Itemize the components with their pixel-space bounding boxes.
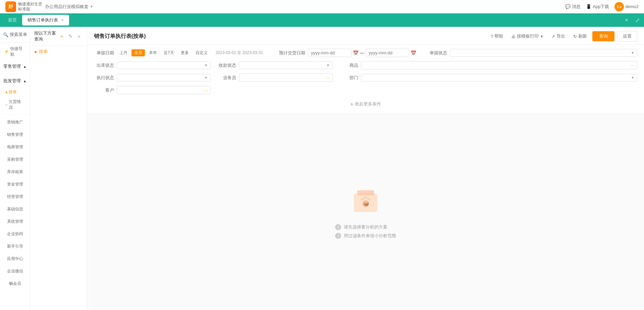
sidebar-search-area: 🔍 搜索菜单 <box>0 27 30 43</box>
customer-input[interactable]: ··· <box>117 86 211 94</box>
date-tabs: 上月 本月 本年 近7天 更多 自定义 <box>117 49 210 56</box>
print-icon: 🖨 <box>511 34 516 39</box>
help-icon: ? <box>491 34 493 39</box>
collapse-button[interactable]: ∧ 收起更多条件 <box>350 101 381 107</box>
collapse-panel-button[interactable]: « <box>75 33 83 40</box>
tab-current[interactable]: 销售订单执行表 × <box>22 15 69 25</box>
date-tab-custom[interactable]: 自定义 <box>193 49 210 56</box>
payment-select[interactable]: ▼ <box>239 61 333 69</box>
sidebar-item-system[interactable]: 系统管理 <box>1 216 29 227</box>
tab-home[interactable]: 首页 <box>3 15 22 25</box>
empty-tip-1: 1 请先选择要分析的方案 <box>335 224 396 230</box>
date-tab-current-month[interactable]: 本月 <box>131 49 145 56</box>
sidebar-item-enterprise[interactable]: 企业协同 <box>1 228 29 240</box>
settings-button[interactable]: 设置 <box>617 31 637 42</box>
search-icon: 🔍 <box>3 32 8 37</box>
date-filter-control: 上月 本月 本年 近7天 更多 自定义 <box>117 49 210 56</box>
scheme-item-order[interactable]: ● 按单 <box>30 46 87 57</box>
filter-doc-status: 单据状态 ▼ <box>427 49 637 57</box>
sidebar-item-marketing[interactable]: 营销推广 <box>1 117 29 128</box>
user-menu[interactable]: Ea demo2 <box>614 2 639 11</box>
salesman-label: 业务员 <box>216 75 236 81</box>
tab-bar-right: × ⤢ <box>623 16 641 24</box>
sidebar-item-operation[interactable]: 经营管理 <box>1 191 29 202</box>
salesman-input[interactable]: ··· <box>239 73 333 82</box>
refresh-button[interactable]: ↻ 刷新 <box>571 32 590 41</box>
filter-row-1: 单据日期 上月 本月 本年 近7天 更多 自定义 20 <box>94 49 637 57</box>
sidebar-wholesale-sub: ● 按单 ○ 欠货情况 <box>0 87 30 113</box>
sidebar-item-wecom[interactable]: 企业微信 <box>1 266 29 277</box>
shipment-select[interactable]: ▼ <box>117 61 211 69</box>
help-button[interactable]: ? 帮助 <box>488 32 506 41</box>
filter-row-4: 客户 ··· <box>94 86 637 94</box>
filter-expected-date: 预计交货日期 📅 — 📅 <box>279 49 416 57</box>
sidebar-item-inventory[interactable]: 库存核算 <box>1 166 29 177</box>
query-button[interactable]: 查询 <box>592 31 614 41</box>
message-icon: 💬 <box>565 4 571 9</box>
date-tab-year[interactable]: 本年 <box>146 49 160 56</box>
sidebar-item-sales[interactable]: 销售管理 <box>1 129 29 140</box>
maximize-button[interactable]: ⤢ <box>633 16 641 24</box>
download-icon: 📱 <box>586 4 591 9</box>
dept-select[interactable]: ▼ <box>361 74 637 82</box>
goods-more-icon: ··· <box>631 63 634 68</box>
date-range-display: 2023-03-01 至 2023-03-31 <box>216 50 263 56</box>
sidebar-item-member[interactable]: 畅会员 <box>1 278 29 289</box>
goods-input[interactable]: ··· <box>361 61 637 69</box>
edit-scheme-button[interactable]: ✎ <box>67 33 74 40</box>
shipment-arrow-icon: ▼ <box>204 63 208 67</box>
sidebar-item-basic[interactable]: 基础信息 <box>1 204 29 215</box>
export-button[interactable]: ↗ 导出 <box>549 32 568 41</box>
empty-tips: 1 请先选择要分析的方案 2 用过滤条件来缩小分析范围 <box>335 224 396 239</box>
sidebar-sub-order[interactable]: ● 按单 <box>3 87 27 97</box>
sidebar-item-purchase[interactable]: 采购管理 <box>1 154 29 165</box>
filter-row-2: 出库状态 ▼ 收款状态 ▼ 商品 <box>94 61 637 69</box>
customer-more-icon: ··· <box>204 88 208 93</box>
date-tab-more[interactable]: 更多 <box>178 49 192 56</box>
right-content: 销售订单执行表(按单) ? 帮助 🖨 按模板打印 ▼ ↗ 导出 <box>87 27 644 310</box>
sidebar-item-newbie[interactable]: 新手引导 <box>1 241 29 252</box>
date-tab-7days[interactable]: 近7天 <box>161 49 177 56</box>
filter-shipment: 出库状态 ▼ <box>94 61 211 69</box>
dept-arrow-icon: ▼ <box>631 76 634 80</box>
date-tab-last-month[interactable]: 上月 <box>117 49 130 56</box>
sidebar-item-retail[interactable]: 零售管理 ▲ <box>0 61 30 72</box>
calendar-end-icon: 📅 <box>411 50 416 56</box>
top-bar-left: 好 畅捷通好生意 标准版 办公用品行业模拟账套 ▼ <box>5 1 93 12</box>
breadcrumb: 办公用品行业模拟账套 ▼ <box>45 4 93 10</box>
calendar-start-icon: 📅 <box>353 50 359 56</box>
print-button[interactable]: 🖨 按模板打印 ▼ <box>508 32 546 41</box>
sidebar-sub-debt[interactable]: ○ 欠货情况 <box>3 97 27 112</box>
expected-date-start[interactable] <box>308 49 352 57</box>
shortcut-icon: ⚡ <box>4 49 9 54</box>
doc-status-select[interactable]: ▼ <box>450 49 637 57</box>
shipment-label: 出库状态 <box>94 62 114 68</box>
exec-arrow-icon: ▼ <box>204 76 208 80</box>
tab-close-icon[interactable]: × <box>61 18 64 22</box>
sidebar-group-wholesale: 批发管理 ▲ ● 按单 ○ 欠货情况 <box>0 75 30 115</box>
sidebar-item-finance[interactable]: 资金管理 <box>1 179 29 190</box>
dept-label: 部门 <box>338 75 358 81</box>
avatar: Ea <box>614 2 624 11</box>
exec-select[interactable]: ▼ <box>117 74 211 82</box>
search-menu-button[interactable]: 🔍 搜索菜单 <box>3 30 27 39</box>
logo-area: 好 畅捷通好生意 标准版 <box>5 1 42 12</box>
message-button[interactable]: 💬 消息 <box>565 4 581 10</box>
filter-row-3: 执行状态 ▼ 业务员 ··· 部门 <box>94 73 637 82</box>
left-panel-actions: + ✎ « <box>58 33 83 40</box>
sidebar-item-appstore[interactable]: 应用中心 <box>1 253 29 264</box>
minimize-button[interactable]: × <box>623 16 631 24</box>
logo-text: 畅捷通好生意 标准版 <box>18 2 42 11</box>
payment-label: 收款状态 <box>216 62 236 68</box>
app-download-button[interactable]: 📱 App下载 <box>586 4 609 10</box>
add-scheme-button[interactable]: + <box>58 33 65 40</box>
sidebar-shortcut[interactable]: ⚡ 快捷导航 <box>1 43 29 60</box>
sidebar-item-wholesale[interactable]: 批发管理 ▲ <box>0 75 30 87</box>
chevron-icon: ▲ <box>23 65 26 68</box>
sidebar-item-ecommerce[interactable]: 电商管理 <box>1 142 29 153</box>
chevron-icon: ▲ <box>23 79 26 83</box>
expected-date-end[interactable] <box>366 49 409 57</box>
filter-goods: 商品 ··· <box>338 61 637 69</box>
expected-date-range: 📅 — 📅 <box>308 49 416 57</box>
empty-tip-2: 2 用过滤条件来缩小分析范围 <box>335 233 396 239</box>
